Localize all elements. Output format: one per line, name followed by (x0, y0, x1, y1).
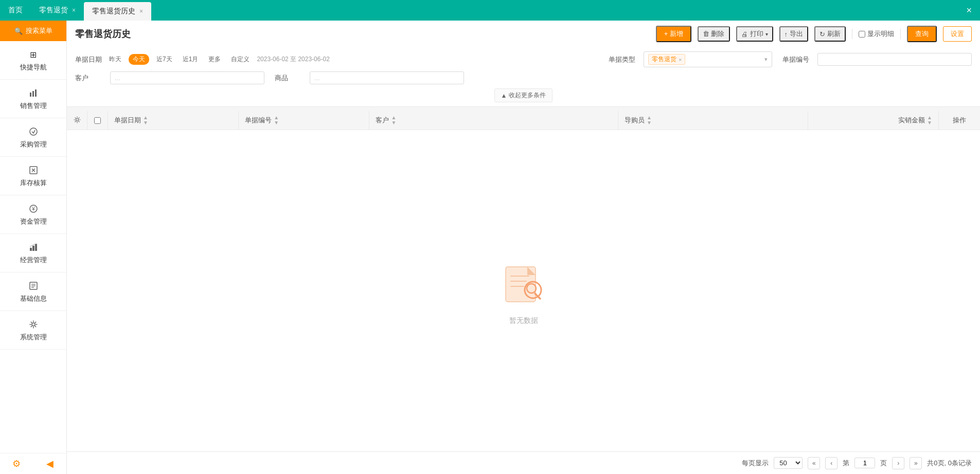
sidebar-item-sales-mgmt[interactable]: 销售管理 (0, 80, 66, 118)
page-number-input[interactable] (854, 458, 875, 468)
th-customer-sort: ▲▼ (391, 115, 396, 125)
svg-rect-9 (30, 248, 32, 251)
th-settings[interactable] (67, 111, 87, 130)
goods-filter-placeholder: ... (314, 74, 320, 82)
sidebar-settings-button[interactable]: ⚙ (0, 453, 33, 474)
th-amount[interactable]: 实销金额 ▲▼ (808, 111, 939, 130)
sidebar-item-basic-info[interactable]: 基础信息 (0, 272, 66, 311)
show-detail-checkbox-label[interactable]: 显示明细 (859, 29, 894, 39)
settings-col-icon (74, 116, 81, 125)
prev-page-button[interactable]: ‹ (825, 457, 838, 469)
page-title-row: 零售退货历史 + 新增 🗑 删除 🖨 🖨 打印 打印 ▾ ↑ 导出 (75, 26, 972, 42)
window-close-button[interactable]: × (966, 5, 972, 16)
svg-rect-2 (35, 89, 37, 97)
page-header: 零售退货历史 + 新增 🗑 删除 🖨 🖨 打印 打印 ▾ ↑ 导出 (67, 21, 980, 107)
customer-filter-placeholder: ... (115, 74, 120, 82)
th-amount-sort: ▲▼ (927, 115, 932, 125)
tab-retail-return-label: 零售退货 (39, 6, 68, 15)
th-date[interactable]: 单据日期 ▲▼ (108, 111, 239, 130)
tab-home-label: 首页 (8, 6, 23, 15)
type-filter-select[interactable]: 零售退货 × ▾ (644, 51, 772, 67)
customer-filter-select[interactable]: ... (110, 71, 264, 84)
query-button[interactable]: 查询 (907, 26, 937, 42)
system-mgmt-icon (27, 318, 40, 331)
sidebar-item-operations-mgmt[interactable]: 经营管理 (0, 234, 66, 272)
type-filter-tag-remove[interactable]: × (679, 57, 682, 63)
tab-retail-return-history[interactable]: 零售退货历史 × (84, 2, 151, 21)
toolbar-divider2 (900, 29, 901, 39)
goods-filter-select[interactable]: ... (310, 71, 464, 84)
svg-point-17 (76, 118, 78, 121)
th-guide-label: 导购员 (625, 116, 645, 125)
print-icon: 🖨 (741, 30, 748, 38)
basic-info-icon (27, 280, 40, 292)
type-filter-tag-text: 零售退货 (652, 55, 676, 64)
empty-icon (498, 257, 549, 308)
finance-mgmt-icon: ¥ (27, 203, 40, 215)
refresh-button[interactable]: ↻ 刷新 (814, 26, 846, 42)
tab-retail-return[interactable]: 零售退货 × (31, 0, 84, 21)
sidebar-item-inventory-calc[interactable]: 库存核算 (0, 157, 66, 195)
tab-retail-return-history-close[interactable]: × (139, 8, 143, 15)
date-btn-custom[interactable]: 自定义 (228, 54, 253, 65)
date-btn-today[interactable]: 今天 (129, 54, 149, 65)
sidebar-item-finance-mgmt[interactable]: ¥ 资金管理 (0, 195, 66, 234)
type-filter-label: 单据类型 (609, 55, 639, 64)
sidebar-item-system-label: 系统管理 (20, 333, 47, 342)
svg-rect-10 (32, 246, 34, 251)
sidebar-search[interactable]: 🔍 搜索菜单 (0, 21, 66, 41)
date-range-display: 2023-06-02 至 2023-06-02 (257, 55, 329, 64)
customer-filter-label: 客户 (75, 74, 106, 83)
sidebar: 🔍 搜索菜单 ⊞ 快捷导航 销售管理 采购管理 库存核算 (0, 21, 67, 474)
delete-button[interactable]: 🗑 删除 (698, 26, 730, 42)
sidebar-item-sales-label: 销售管理 (20, 101, 47, 111)
th-guide[interactable]: 导购员 ▲▼ (618, 111, 808, 130)
print-dropdown-icon: ▾ (765, 31, 768, 37)
date-btn-more[interactable]: 更多 (205, 54, 224, 65)
total-records-label: 共0页, 0条记录 (927, 459, 972, 468)
tab-retail-return-close[interactable]: × (72, 7, 76, 14)
empty-text: 暂无数据 (509, 316, 538, 325)
collapse-row: ▲ 收起更多条件 (75, 88, 972, 102)
svg-text:¥: ¥ (31, 206, 35, 212)
svg-rect-0 (30, 93, 31, 97)
pagination: 每页显示 50 10 20 100 « ‹ 第 页 › » 共0页, 0条记录 (67, 451, 980, 474)
add-button[interactable]: + 新增 (656, 26, 691, 42)
operations-mgmt-icon (27, 241, 40, 253)
date-btn-yesterday[interactable]: 昨天 (106, 54, 124, 65)
th-customer-label: 客户 (376, 116, 389, 125)
tab-home[interactable]: 首页 (0, 0, 31, 21)
bill-no-input[interactable] (817, 53, 972, 66)
sidebar-item-purchase-mgmt[interactable]: 采购管理 (0, 118, 66, 157)
sidebar-item-system-mgmt[interactable]: 系统管理 (0, 311, 66, 350)
th-checkbox[interactable] (87, 111, 108, 130)
page-title: 零售退货历史 (75, 28, 131, 40)
show-detail-checkbox[interactable] (859, 31, 865, 38)
print-button[interactable]: 🖨 🖨 打印 打印 ▾ (736, 26, 773, 42)
type-dropdown-icon: ▾ (764, 56, 768, 63)
collapse-button[interactable]: ▲ 收起更多条件 (494, 88, 553, 102)
sidebar-item-operations-label: 经营管理 (20, 256, 47, 265)
sidebar-bottom: ⚙ ◀ (0, 453, 66, 474)
top-bar: 首页 零售退货 × 零售退货历史 × × (0, 0, 980, 21)
sidebar-collapse-button[interactable]: ◀ (33, 453, 67, 474)
next-page-button[interactable]: › (892, 457, 904, 469)
page-size-select[interactable]: 50 10 20 100 (774, 457, 803, 469)
table-header: 单据日期 ▲▼ 单据编号 ▲▼ 客户 ▲▼ 导购员 ▲▼ 实销金额 ▲▼ (67, 111, 980, 130)
date-btn-1month[interactable]: 近1月 (180, 54, 202, 65)
sidebar-item-inventory-label: 库存核算 (20, 178, 47, 188)
first-page-button[interactable]: « (808, 457, 820, 469)
bill-no-filter-label: 单据编号 (782, 55, 813, 64)
sidebar-item-quick-nav[interactable]: ⊞ 快捷导航 (0, 41, 66, 80)
th-bill-no[interactable]: 单据编号 ▲▼ (239, 111, 369, 130)
export-button[interactable]: ↑ 导出 (779, 26, 809, 42)
svg-point-3 (30, 128, 37, 135)
last-page-button[interactable]: » (910, 457, 922, 469)
select-all-checkbox[interactable] (94, 117, 101, 124)
date-btn-7days[interactable]: 近7天 (153, 54, 175, 65)
th-customer[interactable]: 客户 ▲▼ (369, 111, 618, 130)
filter-row-2: 客户 ... 商品 ... (75, 71, 972, 84)
toolbar: + 新增 🗑 删除 🖨 🖨 打印 打印 ▾ ↑ 导出 ↻ 刷新 (656, 26, 972, 42)
svg-point-16 (32, 323, 35, 326)
settings-button[interactable]: 设置 (943, 26, 972, 42)
